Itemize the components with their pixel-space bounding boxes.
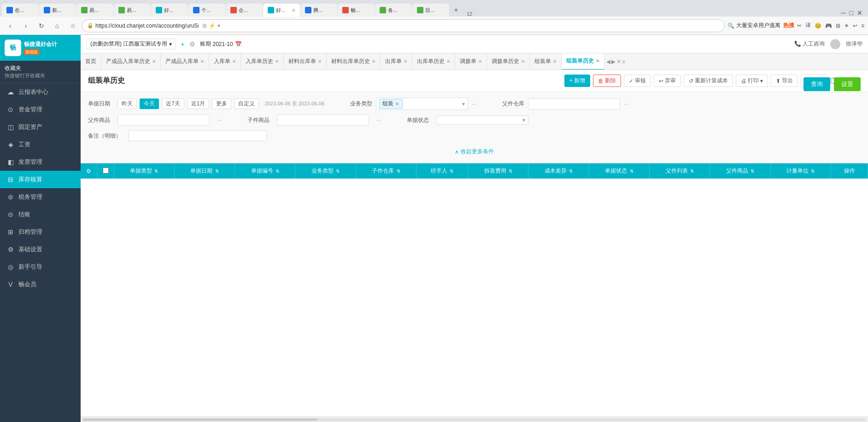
browser-tab-t1[interactable]: 在... (2, 4, 39, 17)
recalculate-button[interactable]: ↺ 重新计算成本 (684, 75, 733, 87)
th-doc-date[interactable]: 单据日期 ⇅ (174, 163, 235, 179)
emoji-icon[interactable]: 😊 (815, 23, 821, 29)
th-biz-type[interactable]: 业务类型 ⇅ (295, 163, 356, 179)
back-button[interactable]: ‹ (4, 19, 17, 32)
page-tab-in-hist[interactable]: 入库单历史 ✕ (241, 53, 284, 70)
menu-icon[interactable]: ≡ (861, 23, 864, 29)
browser-tab-t6[interactable]: 个... (188, 4, 225, 17)
page-tab-close-icon[interactable]: ✕ (478, 59, 482, 64)
th-cost-diff[interactable]: 成本差异 ⇅ (528, 163, 589, 179)
page-tab-close-icon[interactable]: ✕ (521, 59, 525, 64)
translate-icon[interactable]: 译 (805, 22, 811, 29)
new-tab-button[interactable]: + (450, 4, 463, 17)
page-tab-home[interactable]: 首页 (81, 53, 101, 70)
page-tab-close-icon[interactable]: ✕ (596, 58, 599, 64)
page-tab-mat-out-hist[interactable]: 材料出库单历史 ✕ (327, 53, 381, 70)
browser-tab-t11[interactable]: 各... (375, 4, 412, 17)
date-btn-yesterday[interactable]: 昨天 (117, 98, 137, 109)
sun-icon[interactable]: ☀ (844, 23, 849, 29)
browser-tab-t10[interactable]: 畅... (338, 4, 375, 17)
browser-tab-t2[interactable]: 新... (39, 4, 76, 17)
page-tab-prod-in[interactable]: 产成品入库单 ✕ (161, 53, 209, 70)
tabs-next-icon[interactable]: ▶ (611, 58, 616, 65)
undo-icon[interactable]: ↩ (853, 23, 857, 29)
tab-close-icon[interactable]: ✕ (292, 8, 295, 13)
company-selector[interactable]: (勿删勿禁用) 江西服宝测试专用 ▾ (86, 39, 176, 49)
sidebar-item-salary[interactable]: ◈ 工资 (0, 136, 81, 153)
th-child-warehouse[interactable]: 子件仓库 ⇅ (356, 163, 416, 179)
sidebar-item-settings[interactable]: ⚙ 基础设置 (0, 241, 81, 258)
date-btn-1month[interactable]: 近1月 (187, 98, 210, 109)
settings-button[interactable]: ⚙ (189, 40, 195, 48)
page-tab-in-order[interactable]: 入库单 ✕ (209, 53, 241, 70)
calendar-icon[interactable]: 📅 (235, 41, 242, 47)
sidebar-item-guide[interactable]: ◎ 新手引导 (0, 258, 81, 276)
sidebar-item-fixed-asset[interactable]: ◫ 固定资产 (0, 118, 81, 136)
page-tab-close-icon[interactable]: ✕ (318, 59, 322, 64)
biz-type-tag-close[interactable]: ✕ (395, 101, 399, 107)
th-settings[interactable]: ⚙ (81, 163, 97, 179)
sidebar-item-settle[interactable]: ⊝ 结账 (0, 206, 81, 223)
doc-status-dropdown-icon[interactable]: ▾ (522, 117, 525, 123)
page-tab-out-order[interactable]: 出库单 ✕ (381, 53, 412, 70)
child-goods-input[interactable] (277, 115, 369, 126)
sidebar-item-tax[interactable]: ⊜ 税务管理 (0, 188, 81, 206)
sidebar-item-cloud-report[interactable]: ☁ 云报表中心 (0, 83, 81, 101)
page-tab-assemble[interactable]: 调拨单 ✕ (455, 53, 487, 70)
add-entity-button[interactable]: + (181, 40, 184, 48)
th-check[interactable] (97, 163, 114, 179)
remark-input[interactable] (129, 130, 267, 141)
sidebar-item-fund[interactable]: ⊙ 资金管理 (0, 101, 81, 118)
parent-goods-more-icon[interactable]: ··· (217, 117, 222, 123)
browser-tab-t7[interactable]: 企... (226, 4, 263, 17)
page-tab-close-icon[interactable]: ✕ (404, 59, 407, 64)
date-btn-more[interactable]: 更多 (212, 98, 231, 109)
page-tab-mat-out[interactable]: 材料出库单 ✕ (284, 53, 327, 70)
page-tab-prod-in-hist[interactable]: 产成品入库单历史 ✕ (101, 53, 161, 70)
th-doc-no[interactable]: 单据编号 ⇅ (235, 163, 295, 179)
column-settings-icon[interactable]: ⚙ (86, 168, 91, 174)
th-doc-type[interactable]: 单据类型 ⇅ (114, 163, 174, 179)
sidebar-logo[interactable]: 畅 畅捷通好会计 旗舰版 (0, 35, 81, 61)
browser-tab-t9[interactable]: 腾... (300, 4, 337, 17)
browser-tab-t4[interactable]: 易... (114, 4, 151, 17)
delete-button[interactable]: 🗑 删除 (593, 75, 621, 87)
minimize-button[interactable]: ─ (841, 9, 846, 17)
page-tab-close-icon[interactable]: ✕ (152, 59, 156, 64)
page-tab-close-icon[interactable]: ✕ (232, 59, 236, 64)
page-tab-close-icon[interactable]: ✕ (446, 59, 450, 64)
sidebar-favorites[interactable]: 收藏夹 快捷键打开收藏夹 (0, 61, 81, 83)
th-parent-goods[interactable]: 父件商品 ⇅ (710, 163, 770, 179)
add-button[interactable]: + 新增 (564, 75, 590, 87)
refresh-button[interactable]: ↻ (35, 19, 48, 32)
page-tab-kit-hist[interactable]: 组装单历史 ✕ (562, 53, 604, 70)
set-button[interactable]: 设置 (834, 77, 861, 91)
select-all-checkbox[interactable] (103, 168, 109, 173)
th-handler[interactable]: 经手人 ⇅ (416, 163, 468, 179)
page-tab-assemble-hist[interactable]: 调拨单历史 ✕ (487, 53, 530, 70)
parent-warehouse-input[interactable] (528, 98, 620, 110)
print-button[interactable]: 🖨 打印 ▾ (736, 75, 768, 87)
sidebar-item-inventory[interactable]: ⊟ 库存核算 (0, 171, 81, 188)
parent-warehouse-more-icon[interactable]: ··· (624, 101, 628, 107)
page-tab-out-hist[interactable]: 出库单历史 ✕ (412, 53, 455, 70)
abandon-button[interactable]: ↩ 弃审 (654, 75, 681, 87)
bookmark-button[interactable]: ☆ (66, 19, 79, 32)
collapse-button[interactable]: ∧ 收起更多条件 (453, 146, 496, 157)
page-tab-close-icon[interactable]: ✕ (200, 59, 204, 64)
biz-type-more-icon[interactable]: ··· (472, 101, 476, 107)
close-window-button[interactable]: ✕ (857, 9, 862, 17)
browser-tab-t3[interactable]: 易... (76, 4, 113, 17)
horizontal-scrollbar[interactable] (81, 416, 868, 422)
th-disassemble-cost[interactable]: 拆装费用 ⇅ (468, 163, 528, 179)
export-button[interactable]: ⬆ 导出 (771, 75, 798, 87)
th-parent-list[interactable]: 父件列表 ⇅ (650, 163, 710, 179)
browser-tab-t5[interactable]: 好... (151, 4, 188, 17)
page-tab-kit[interactable]: 组装单 ✕ (530, 53, 562, 70)
game-icon[interactable]: 🎮 (825, 23, 832, 29)
tabs-close-all-icon[interactable]: ✕ (616, 58, 621, 65)
page-tab-close-icon[interactable]: ✕ (553, 59, 557, 64)
sidebar-item-archive[interactable]: ⊞ 归档管理 (0, 223, 81, 241)
url-bar[interactable]: 🔒 https://cloud.chanjet.com/accounting/u… (82, 19, 725, 32)
home-button[interactable]: ⌂ (51, 19, 64, 32)
